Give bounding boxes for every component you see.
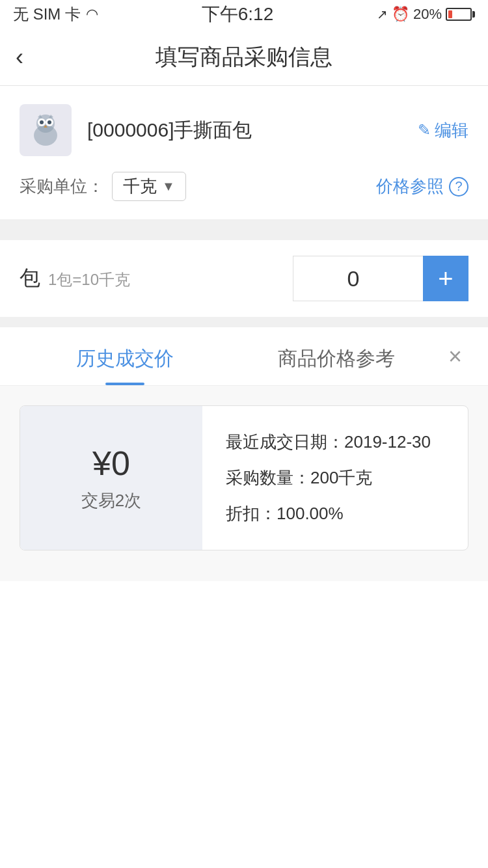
- product-logo-svg: [26, 111, 65, 150]
- detail-row-discount: 折扣：100.00%: [226, 501, 444, 526]
- page-title: 填写商品采购信息: [156, 42, 332, 72]
- unit-dropdown[interactable]: 千克 ▼: [112, 172, 186, 201]
- battery-percent: 20%: [413, 6, 442, 23]
- purchase-unit-area: 采购单位： 千克 ▼: [20, 172, 186, 201]
- status-left: 无 SIM 卡 ◠: [13, 4, 98, 25]
- status-bar: 无 SIM 卡 ◠ 下午6:12 ↗ ⏰ 20%: [0, 0, 488, 29]
- quantity-conversion: 1包=10千克: [48, 269, 130, 290]
- detail-row-date: 最近成交日期：2019-12-30: [226, 429, 444, 455]
- quantity-input[interactable]: [293, 256, 423, 301]
- battery-icon: [446, 8, 475, 21]
- tab-product-price-ref[interactable]: 商品价格参考: [230, 327, 441, 385]
- purchase-unit-label: 采购单位：: [20, 175, 104, 198]
- battery-tip: [472, 11, 475, 18]
- back-button[interactable]: ‹: [16, 44, 23, 71]
- date-value: 2019-12-30: [344, 432, 431, 452]
- product-header: [0000006]手撕面包 ✎ 编辑: [20, 104, 468, 156]
- tab-close-button[interactable]: ×: [442, 336, 468, 377]
- quantity-plus-button[interactable]: +: [423, 256, 468, 301]
- quantity-row: 包 1包=10千克 +: [0, 240, 488, 317]
- quantity-unit-label: 包: [20, 264, 40, 293]
- location-icon: ↗: [377, 7, 388, 22]
- alarm-icon: ⏰: [392, 6, 409, 23]
- quantity-input-area: +: [293, 256, 468, 301]
- status-right: ↗ ⏰ 20%: [377, 6, 475, 23]
- unit-value: 千克: [123, 175, 157, 198]
- product-name-area: [0000006]手撕面包: [87, 117, 418, 144]
- edit-icon: ✎: [418, 121, 431, 139]
- wifi-icon: ◠: [86, 6, 98, 23]
- product-purchase-row: 采购单位： 千克 ▼ 价格参照 ?: [20, 172, 468, 201]
- discount-value: 100.00%: [277, 504, 344, 523]
- tabs-header: 历史成交价 商品价格参考 ×: [0, 327, 488, 385]
- price-times: 交易2次: [81, 489, 141, 512]
- price-ref-label: 价格参照: [376, 175, 444, 198]
- product-name: [0000006]手撕面包: [87, 117, 418, 144]
- transaction-card: ¥0 交易2次 最近成交日期：2019-12-30 采购数量：200千克 折扣：…: [20, 405, 468, 550]
- quantity-label-area: 包 1包=10千克: [20, 264, 130, 293]
- help-icon: ?: [449, 177, 468, 197]
- bottom-area: [0, 581, 488, 868]
- detail-row-qty: 采购数量：200千克: [226, 465, 444, 491]
- qty-value: 200千克: [310, 468, 372, 487]
- svg-point-3: [40, 120, 44, 124]
- product-logo: [20, 104, 72, 156]
- battery-fill: [448, 10, 452, 18]
- nav-bar: ‹ 填写商品采购信息: [0, 29, 488, 86]
- transaction-details-side: 最近成交日期：2019-12-30 采购数量：200千克 折扣：100.00%: [202, 406, 468, 550]
- discount-label: 折扣：: [226, 504, 277, 523]
- content-area: ¥0 交易2次 最近成交日期：2019-12-30 采购数量：200千克 折扣：…: [0, 386, 488, 581]
- svg-point-5: [47, 120, 51, 124]
- product-section: [0000006]手撕面包 ✎ 编辑 采购单位： 千克 ▼ 价格参照 ?: [0, 86, 488, 219]
- transaction-price-side: ¥0 交易2次: [20, 406, 202, 550]
- edit-button[interactable]: ✎ 编辑: [418, 119, 468, 142]
- tab-history-price[interactable]: 历史成交价: [20, 327, 230, 385]
- sim-text: 无 SIM 卡: [13, 4, 81, 25]
- divider-bar: [0, 230, 488, 240]
- price-ref-button[interactable]: 价格参照 ?: [376, 175, 468, 198]
- price-amount: ¥0: [92, 444, 130, 483]
- tabs-section: 历史成交价 商品价格参考 ×: [0, 327, 488, 386]
- dropdown-arrow-icon: ▼: [162, 179, 175, 194]
- date-label: 最近成交日期：: [226, 432, 344, 452]
- qty-label: 采购数量：: [226, 468, 310, 487]
- time-display: 下午6:12: [202, 2, 274, 27]
